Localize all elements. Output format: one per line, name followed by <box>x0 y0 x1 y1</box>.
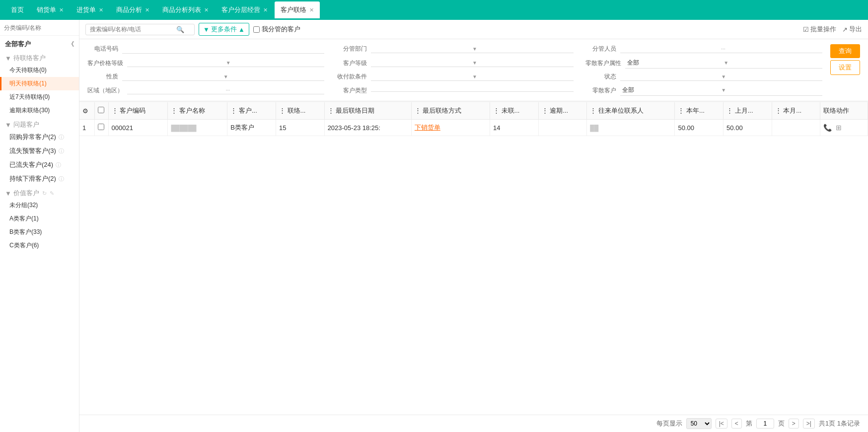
nav-item-product-analysis-list[interactable]: 商品分析列表 ✕ <box>156 1 215 18</box>
toolbar-right: ☑ 批量操作 ↗ 导出 <box>803 25 862 34</box>
nav-item-customer-contact[interactable]: 客户联络 ✕ <box>275 1 320 18</box>
gender-label: 性质 <box>87 72 122 81</box>
nav-item-home[interactable]: 首页 <box>5 1 30 18</box>
th-checkbox <box>94 102 108 120</box>
prev-page-button[interactable]: < <box>731 419 742 429</box>
td-uncontacted: 14 <box>490 120 538 136</box>
contact-method-link[interactable]: 下销货单 <box>415 124 440 131</box>
th-last-month: ⋮ 上月... <box>723 102 772 120</box>
close-customer-tier-icon[interactable]: ✕ <box>263 7 268 13</box>
filter-row-3: 性质 ▼ 收付款条件 ▼ <box>87 72 822 81</box>
query-button[interactable]: 查询 <box>830 44 860 58</box>
payment-arrow-icon: ▼ <box>472 74 572 79</box>
sidebar-item-class-c[interactable]: C类客户(6) <box>0 239 79 252</box>
per-page-select[interactable]: 50 100 200 <box>686 418 712 429</box>
main-search-box[interactable]: 🔍 <box>85 24 195 35</box>
select-all-checkbox[interactable] <box>98 107 104 113</box>
sidebar-item-churned[interactable]: 已流失客户(24) ⓘ <box>0 158 79 172</box>
price-level-label: 客户价格等级 <box>87 59 127 68</box>
filter-rows: 电话号码 分管部门 ▼ 分管人员 <box>87 44 860 96</box>
sidebar-item-churn-warning[interactable]: 流失预警客户(3) ⓘ <box>0 144 79 158</box>
sidebar-item-tomorrow-contact[interactable]: 明天待联络(1) <box>0 77 79 90</box>
filter-icon: ▼ <box>203 26 210 33</box>
sidebar-item-week-contact[interactable]: 近7天待联络(0) <box>0 90 79 104</box>
retail-attr-select[interactable]: 全部 ▼ <box>625 58 822 69</box>
info-icon-churn: ⓘ <box>59 148 64 154</box>
batch-button[interactable]: ☑ 批量操作 <box>803 25 836 34</box>
payment-select[interactable]: ▼ <box>371 73 573 81</box>
price-level-select[interactable]: ▼ <box>127 59 324 67</box>
close-customer-contact-icon[interactable]: ✕ <box>309 7 314 13</box>
phone-input[interactable] <box>122 44 324 54</box>
nav-item-purchase[interactable]: 进货单 ✕ <box>71 1 109 18</box>
grid-action-icon[interactable]: ⊞ <box>836 124 842 132</box>
filter-retail-customer: 零散客户 全部 ▼ <box>585 85 822 96</box>
row-checkbox[interactable] <box>98 124 104 130</box>
refresh-icon-value[interactable]: ↻ <box>42 190 47 197</box>
td-name: ██████ <box>168 120 227 136</box>
settings-icon[interactable]: ⚙ <box>82 107 88 115</box>
retail-attr-arrow-icon: ▼ <box>723 60 820 66</box>
filter-price-level: 客户价格等级 ▼ <box>87 59 324 68</box>
dept-label: 分管部门 <box>336 45 371 53</box>
table-wrap: ⚙ ⋮ 客户编码 ⋮ 客户名称 <box>79 102 868 415</box>
customer-level-select[interactable]: ▼ <box>371 59 573 67</box>
export-button[interactable]: ↗ 导出 <box>842 25 862 34</box>
status-label: 状态 <box>585 72 620 81</box>
my-customers-checkbox-wrap[interactable]: 我分管的客户 <box>253 25 300 34</box>
status-select[interactable]: ▼ <box>620 73 822 81</box>
td-code: 000021 <box>108 120 168 136</box>
sidebar-item-ungrouped[interactable]: 未分组(32) <box>0 199 79 212</box>
customer-type-select[interactable] <box>371 89 573 92</box>
filter-panel: 电话号码 分管部门 ▼ 分管人员 <box>79 39 868 101</box>
close-product-analysis-icon[interactable]: ✕ <box>145 7 149 13</box>
last-page-button[interactable]: >| <box>803 419 815 429</box>
sidebar-item-today-contact[interactable]: 今天待联络(0) <box>0 64 79 77</box>
dept-select[interactable]: ▼ <box>371 45 573 53</box>
sidebar-search-box[interactable]: 🔍 <box>0 20 79 36</box>
sidebar-item-declining[interactable]: 持续下滑客户(2) ⓘ <box>0 172 79 186</box>
nav-item-sales[interactable]: 销货单 ✕ <box>31 1 70 18</box>
sidebar-item-class-a[interactable]: A类客户(1) <box>0 212 79 225</box>
chevron-up-icon: ▲ <box>238 26 245 33</box>
main-search-icon[interactable]: 🔍 <box>176 26 184 33</box>
group-label-value: ▼ 价值客户 ↻ ✎ <box>0 186 79 199</box>
nav-item-product-analysis[interactable]: 商品分析 ✕ <box>110 1 155 18</box>
customer-level-arrow-icon: ▼ <box>472 60 572 66</box>
more-filter-button[interactable]: ▼ 更多条件 ▲ <box>199 23 249 36</box>
gender-select[interactable]: ▼ <box>122 73 324 81</box>
td-current-year: 50.00 <box>675 120 723 136</box>
td-overdue <box>538 120 587 136</box>
region-select[interactable]: ··· <box>127 86 324 94</box>
edit-icon-value[interactable]: ✎ <box>50 190 54 197</box>
nav-item-customer-tier[interactable]: 客户分层经营 ✕ <box>216 1 274 18</box>
th-type: ⋮ 客户... <box>227 102 276 120</box>
next-page-button[interactable]: > <box>789 419 799 429</box>
filter-actions: 查询 设置 <box>822 44 860 75</box>
retail-customer-select[interactable]: 全部 ▼ <box>620 85 822 96</box>
table-row: 1 000021 ██████ B类客户 15 2023-05-23 18:25… <box>79 120 868 136</box>
main-search-input[interactable] <box>90 26 174 33</box>
sidebar-item-abnormal[interactable]: 回购异常客户(2) ⓘ <box>0 130 79 144</box>
sidebar-search-input[interactable] <box>4 24 78 31</box>
filter-retail-attr: 零散客户属性 全部 ▼ <box>585 58 822 69</box>
action-icons: 📞 ⊞ <box>823 124 865 132</box>
sidebar-item-overdue-contact[interactable]: 逾期未联络(30) <box>0 104 79 117</box>
close-product-analysis-list-icon[interactable]: ✕ <box>204 7 209 13</box>
payment-label: 收付款条件 <box>336 72 371 81</box>
phone-action-icon[interactable]: 📞 <box>823 124 832 132</box>
th-last-contact-date: ⋮ 最后联络日期 <box>324 102 411 120</box>
close-sales-icon[interactable]: ✕ <box>59 7 64 13</box>
info-icon-abnormal: ⓘ <box>59 134 64 140</box>
first-page-button[interactable]: |< <box>716 419 727 429</box>
my-customers-checkbox[interactable] <box>253 26 260 33</box>
page-input[interactable] <box>756 419 774 429</box>
sidebar-item-class-b[interactable]: B类客户(33) <box>0 225 79 239</box>
setting-button[interactable]: 设置 <box>830 60 860 75</box>
collapse-icon[interactable]: 《 <box>68 40 74 49</box>
th-contact-count: ⋮ 联络... <box>276 102 324 120</box>
masked-name: ██████ <box>171 125 196 132</box>
close-purchase-icon[interactable]: ✕ <box>99 7 103 13</box>
filter-row-1: 电话号码 分管部门 ▼ 分管人员 <box>87 44 822 54</box>
person-select[interactable]: ··· <box>620 45 822 53</box>
